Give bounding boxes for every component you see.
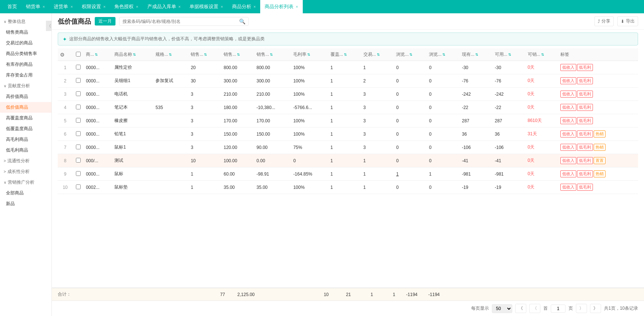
nav-home[interactable]: 首页: [3, 0, 21, 13]
sidebar-item-sales-products[interactable]: 销售类商品: [0, 27, 51, 38]
search-icon[interactable]: 🔍: [239, 18, 245, 24]
row-checkbox-cell[interactable]: [73, 154, 84, 167]
row-checkbox[interactable]: [76, 91, 81, 96]
col-view2[interactable]: 浏览...⇅: [427, 48, 460, 61]
row-sales-amount: 210.00: [254, 88, 291, 101]
close-icon[interactable]: ×: [103, 4, 105, 9]
sidebar-item-high-value[interactable]: 高价值商品: [0, 91, 51, 102]
row-checkbox-cell[interactable]: [73, 61, 84, 74]
nav-finished-goods[interactable]: 产成品入库单 ×: [143, 0, 185, 13]
sidebar-item-high-margin[interactable]: 高毛利商品: [0, 134, 51, 145]
col-spec[interactable]: 规格...⇅: [153, 48, 188, 61]
export-button[interactable]: ⬇ 导出: [617, 16, 638, 26]
row-margin: 100%: [291, 61, 328, 74]
close-icon[interactable]: ×: [254, 4, 256, 9]
col-code[interactable]: 商...⇅: [84, 48, 112, 61]
last-page-button[interactable]: 》: [590, 304, 601, 313]
sidebar-item-low-margin[interactable]: 低毛利商品: [0, 145, 51, 156]
sidebar-item-new-products[interactable]: 新品: [0, 198, 51, 209]
sidebar-collapse-button[interactable]: 《: [46, 21, 52, 31]
row-checkbox-cell[interactable]: [73, 167, 84, 181]
row-checkbox[interactable]: [76, 65, 81, 69]
row-checkbox[interactable]: [76, 171, 81, 176]
col-sales-amount[interactable]: 销售...⇅: [254, 48, 291, 61]
row-sales-amount: 800.00: [254, 61, 291, 74]
col-coverage[interactable]: 覆盖...⇅: [328, 48, 361, 61]
search-input[interactable]: [123, 19, 239, 24]
next-page-button[interactable]: 〉: [576, 304, 587, 313]
row-checkbox-cell[interactable]: [73, 74, 84, 88]
row-checkbox-cell[interactable]: [73, 114, 84, 128]
row-available: 287: [493, 114, 526, 128]
nav-product-analysis[interactable]: 商品分析 ×: [228, 0, 260, 13]
row-checkbox[interactable]: [76, 145, 81, 149]
sidebar-section-overall[interactable]: ∨ 整体信息: [0, 16, 51, 27]
close-icon[interactable]: ×: [221, 4, 223, 9]
page-suffix-label: 页: [568, 305, 573, 312]
col-current[interactable]: 现有...⇅: [460, 48, 493, 61]
sidebar-item-low-value[interactable]: 低价值商品: [0, 102, 51, 113]
row-checkbox[interactable]: [76, 184, 81, 189]
col-name[interactable]: 商品名称⇅: [112, 48, 153, 61]
share-button[interactable]: ⤴ 分享: [594, 16, 614, 26]
sidebar-item-all-products[interactable]: 全部商品: [0, 188, 51, 198]
select-all-checkbox[interactable]: [76, 52, 81, 57]
row-checkbox[interactable]: [76, 105, 81, 109]
row-checkbox-cell[interactable]: [73, 88, 84, 101]
prev-page-button[interactable]: 〈: [529, 304, 540, 313]
col-transaction[interactable]: 交易...⇅: [361, 48, 394, 61]
close-icon[interactable]: ×: [296, 4, 298, 9]
row-checkbox-cell[interactable]: [73, 128, 84, 141]
row-checkbox[interactable]: [76, 158, 81, 163]
col-saleable[interactable]: 可销...⇅: [526, 48, 559, 61]
col-gear[interactable]: ⚙: [58, 48, 73, 61]
row-checkbox-cell[interactable]: [73, 141, 84, 154]
row-view1: 0: [394, 181, 427, 194]
nav-sales-order[interactable]: 销货单 ×: [21, 0, 49, 13]
nav-permissions[interactable]: 权限设置 ×: [77, 0, 110, 13]
nav-product-analysis-list[interactable]: 商品分析列表 ×: [260, 0, 302, 13]
sidebar-section-liquidity[interactable]: > 流通性分析: [0, 156, 51, 166]
sidebar-item-traded-products[interactable]: 交易过的商品: [0, 38, 51, 48]
row-checkbox-cell[interactable]: [73, 181, 84, 194]
period-button[interactable]: 近一月: [95, 17, 115, 26]
col-sales-price[interactable]: 销售...⇅: [221, 48, 254, 61]
nav-purchase-order[interactable]: 进货单 ×: [49, 0, 77, 13]
row-checkbox[interactable]: [76, 78, 81, 83]
sidebar-item-category-sales-rate[interactable]: 商品分类销售率: [0, 48, 51, 59]
row-num: 4: [58, 101, 73, 114]
close-icon[interactable]: ×: [178, 4, 181, 9]
col-available[interactable]: 可用...⇅: [493, 48, 526, 61]
col-margin[interactable]: 毛利率⇅: [291, 48, 328, 61]
sidebar-section-marketing[interactable]: ∨ 营销推广分析: [0, 177, 51, 188]
sidebar-section-contribution[interactable]: ∨ 贡献度分析: [0, 81, 51, 91]
sidebar-item-low-coverage[interactable]: 低覆盖度商品: [0, 123, 51, 134]
row-checkbox[interactable]: [76, 131, 81, 136]
row-margin: 100%: [291, 114, 328, 128]
data-table-wrapper: ⚙ 商...⇅ 商品名称⇅ 规格...⇅ 销售...⇅ 销售...⇅ 销售...…: [52, 48, 644, 288]
sidebar-item-high-coverage[interactable]: 高覆盖度商品: [0, 113, 51, 123]
col-sales-qty[interactable]: 销售...⇅: [188, 48, 221, 61]
sidebar-item-in-stock-products[interactable]: 有库存的商品: [0, 59, 51, 70]
row-checkbox[interactable]: [76, 118, 81, 123]
row-checkbox-cell[interactable]: [73, 101, 84, 114]
close-icon[interactable]: ×: [43, 4, 45, 9]
table-row: 5 0000... 橡皮擦 3 170.00 170.00 100% 1 3 0…: [58, 114, 638, 128]
col-view1[interactable]: 浏览...⇅: [394, 48, 427, 61]
page-number-input[interactable]: [551, 305, 566, 313]
nav-template-settings[interactable]: 单据模板设置 ×: [185, 0, 227, 13]
sidebar-section-growth[interactable]: > 成长性分析: [0, 166, 51, 177]
settings-icon[interactable]: ⚙: [60, 52, 65, 58]
close-icon[interactable]: ×: [70, 4, 73, 9]
row-available: -41: [493, 154, 526, 167]
first-page-button[interactable]: 《: [515, 304, 526, 313]
row-view2: 0: [427, 88, 460, 101]
row-num: 9: [58, 167, 73, 181]
view-link[interactable]: 1: [396, 171, 399, 177]
close-icon[interactable]: ×: [136, 4, 138, 9]
page-size-select[interactable]: 50 100 200: [492, 304, 512, 313]
row-transaction: 1: [361, 61, 394, 74]
sidebar-item-inventory-funds[interactable]: 库存资金占用: [0, 70, 51, 81]
nav-role-auth[interactable]: 角色授权 ×: [110, 0, 142, 13]
col-checkbox[interactable]: [73, 48, 84, 61]
